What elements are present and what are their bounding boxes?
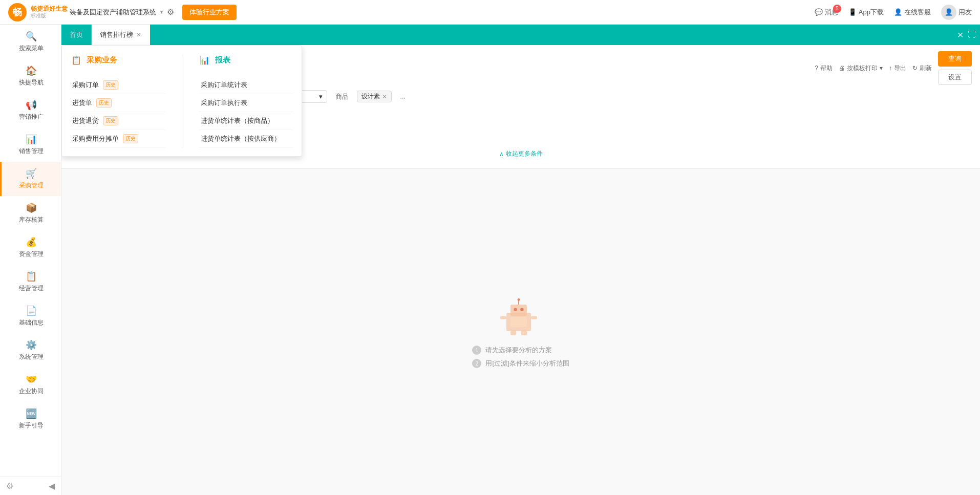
service-icon: 👤 [894, 8, 902, 16]
svg-point-3 [520, 308, 523, 311]
goods-label: 商品 [335, 92, 349, 101]
system-title-text: 装备及固定资产辅助管理系统 [70, 8, 156, 17]
goods-tag: 设计素 ✕ [357, 91, 392, 102]
purchase-icon: 🛒 [26, 168, 37, 179]
tab-home[interactable]: 首页 [61, 25, 92, 45]
print-dropdown-icon: ▾ [880, 64, 883, 72]
history-badge-1: 历史 [96, 98, 112, 107]
close-window-icon[interactable]: ✕ [957, 30, 964, 40]
system-title: 装备及固定资产辅助管理系统 ▾ ⚙ 体验行业方案 [70, 5, 815, 20]
collapse-icon: ∧ [499, 150, 504, 158]
dropdown-item-purchase-order[interactable]: 采购订单 历史 [70, 76, 165, 94]
svg-rect-6 [500, 316, 506, 319]
sidebar-item-system[interactable]: ⚙️ 系统管理 [0, 333, 61, 368]
export-btn[interactable]: ↑ 导出 [889, 64, 906, 73]
app-download-btn[interactable]: 📱 App下载 [848, 8, 884, 17]
sidebar-item-newbie[interactable]: 🆕 新手引导 [0, 402, 61, 436]
sidebar-item-finance[interactable]: 💰 资金管理 [0, 230, 61, 265]
svg-point-2 [514, 308, 517, 311]
purchase-col-header: 📋 采购业务 [70, 54, 165, 70]
main-layout: 🔍 搜索菜单 🏠 快捷导航 📢 营销推广 📊 销售管理 🛒 采购管理 📦 库存核… [0, 25, 980, 495]
logo-text: 畅捷通好生意 标准版 [31, 5, 68, 18]
sidebar-item-basic-info[interactable]: 📄 基础信息 [0, 299, 61, 333]
svg-point-5 [518, 298, 520, 301]
col-divider [182, 54, 182, 148]
hint-num-1: 1 [472, 346, 481, 355]
system-dropdown-arrow-icon[interactable]: ▾ [160, 9, 163, 15]
doc-status-dropdown-icon: ▾ [319, 93, 323, 100]
top-bar: 畅 畅捷通好生意 标准版 装备及固定资产辅助管理系统 ▾ ⚙ 体验行业方案 💬 … [0, 0, 980, 25]
empty-hint-2: 2 用[过滤]条件来缩小分析范围 [472, 359, 569, 368]
sidebar-item-sales[interactable]: 📊 销售管理 [0, 127, 61, 162]
report-col: 📊 报表 采购订单统计表 采购订单执行表 进货单统计表（按商品） 进货单统计表（… [199, 54, 294, 148]
svg-rect-8 [510, 330, 516, 335]
sidebar-item-operations[interactable]: 📋 经营管理 [0, 265, 61, 299]
messages-badge: 5 [833, 5, 841, 13]
empty-state: 1 请先选择要分析的方案 2 用[过滤]条件来缩小分析范围 [472, 296, 569, 368]
enterprise-icon: 🤝 [26, 374, 37, 385]
query-btn[interactable]: 查询 [938, 51, 972, 67]
svg-rect-1 [510, 305, 527, 316]
help-btn[interactable]: ? 帮助 [815, 64, 833, 73]
search-icon: 🔍 [26, 31, 37, 42]
gear-icon[interactable]: ⚙ [167, 7, 174, 17]
print-icon: 🖨 [839, 64, 845, 72]
set-btn[interactable]: 设置 [938, 70, 972, 85]
inventory-icon: 📦 [26, 202, 37, 213]
system-icon: ⚙️ [26, 339, 37, 351]
sidebar-item-marketing[interactable]: 📢 营销推广 [0, 93, 61, 127]
avatar-icon: 👤 [945, 8, 953, 16]
sidebar: 🔍 搜索菜单 🏠 快捷导航 📢 营销推广 📊 销售管理 🛒 采购管理 📦 库存核… [0, 25, 61, 495]
purchase-col: 📋 采购业务 采购订单 历史 进货单 历史 进货退货 历史 采购费用分摊单 [70, 54, 165, 148]
operations-icon: 📋 [26, 271, 37, 282]
online-service-btn[interactable]: 👤 在线客服 [894, 8, 931, 17]
history-badge-0: 历史 [103, 80, 118, 90]
maximize-icon[interactable]: ⛶ [968, 30, 976, 39]
dropdown-item-stock-in-by-goods[interactable]: 进货单统计表（按商品） [199, 112, 294, 130]
goods-ellipsis[interactable]: ... [400, 93, 406, 100]
print-btn[interactable]: 🖨 按模板打印 ▾ [839, 64, 883, 73]
dropdown-item-purchase-order-exec[interactable]: 采购订单执行表 [199, 94, 294, 112]
messages-btn[interactable]: 💬 消息 5 [815, 8, 838, 17]
report-col-header: 📊 报表 [199, 54, 294, 70]
history-badge-3: 历史 [123, 134, 138, 143]
dropdown-item-purchase-order-stats[interactable]: 采购订单统计表 [199, 76, 294, 94]
tab-sales-rank[interactable]: 销售排行榜 ✕ [92, 25, 150, 45]
avatar: 👤 [941, 5, 956, 20]
dropdown-item-stock-in[interactable]: 进货单 历史 [70, 94, 165, 112]
message-icon: 💬 [815, 8, 823, 16]
top-right: 💬 消息 5 📱 App下载 👤 在线客服 👤 用友 [815, 5, 972, 20]
main-content: 1 请先选择要分析的方案 2 用[过滤]条件来缩小分析范围 [61, 169, 980, 495]
export-icon: ↑ [889, 64, 892, 72]
user-btn[interactable]: 👤 用友 [941, 5, 972, 20]
sales-icon: 📊 [26, 134, 37, 145]
tab-bar: 首页 销售排行榜 ✕ ✕ ⛶ [61, 25, 980, 45]
sidebar-item-quick-nav[interactable]: 🏠 快捷导航 [0, 59, 61, 93]
sidebar-item-inventory[interactable]: 📦 库存核算 [0, 196, 61, 230]
svg-rect-10 [510, 317, 527, 327]
logo-icon: 畅 [8, 3, 27, 21]
dropdown-item-purchase-expense[interactable]: 采购费用分摊单 历史 [70, 130, 165, 148]
dropdown-item-stock-return[interactable]: 进货退货 历史 [70, 112, 165, 130]
help-icon: ? [815, 64, 818, 72]
sidebar-bottom: ⚙ ◀ [0, 477, 61, 495]
refresh-btn[interactable]: ↻ 刷新 [912, 64, 932, 73]
collapse-sidebar-icon[interactable]: ◀ [49, 481, 55, 491]
purchase-dropdown-menu: 📋 采购业务 采购订单 历史 进货单 历史 进货退货 历史 采购费用分摊单 [61, 45, 302, 157]
marketing-icon: 📢 [26, 99, 37, 111]
history-badge-2: 历史 [103, 116, 118, 125]
sidebar-item-enterprise[interactable]: 🤝 企业协同 [0, 368, 61, 402]
dropdown-item-stock-in-by-supplier[interactable]: 进货单统计表（按供应商） [199, 130, 294, 148]
empty-illustration [495, 296, 546, 337]
hint-num-2: 2 [472, 359, 481, 368]
sidebar-item-search[interactable]: 🔍 搜索菜单 [0, 25, 61, 59]
sidebar-item-purchase[interactable]: 🛒 采购管理 [0, 162, 61, 196]
tab-close-icon[interactable]: ✕ [136, 31, 141, 38]
home-icon: 🏠 [26, 65, 37, 76]
report-col-icon: 📊 [199, 54, 211, 66]
settings-bottom-icon[interactable]: ⚙ [6, 481, 13, 491]
finance-icon: 💰 [26, 236, 37, 248]
goods-tag-close-icon[interactable]: ✕ [382, 93, 387, 100]
industry-btn[interactable]: 体验行业方案 [182, 5, 237, 20]
logo-main-text: 畅捷通好生意 [31, 5, 68, 12]
